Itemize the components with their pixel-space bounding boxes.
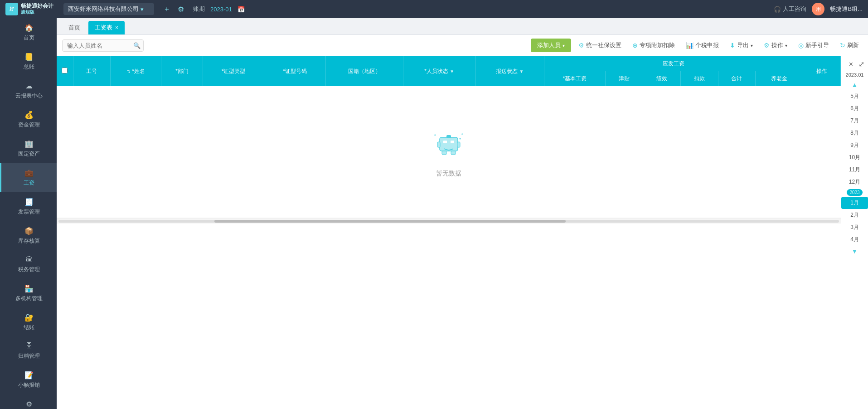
empty-state-icon <box>431 126 467 162</box>
company-dropdown-arrow: ▾ <box>141 6 144 13</box>
table-scrollbar[interactable] <box>57 218 841 224</box>
sidebar-item-multi-org[interactable]: 🏪 多机构管理 <box>0 279 57 308</box>
user-name[interactable]: 畅捷通B组... <box>830 5 863 13</box>
export-btn[interactable]: ⬇ 导出 ▾ <box>726 39 756 51</box>
new-guide-label: 新手引导 <box>805 41 829 49</box>
select-all-checkbox[interactable] <box>62 68 68 73</box>
empty-state: 暂无数据 <box>61 90 836 214</box>
date-month-1[interactable]: 1月 <box>841 197 868 209</box>
empty-state-cell: 暂无数据 <box>57 86 841 218</box>
svg-rect-5 <box>457 142 460 147</box>
header-report-status: 报送状态 ▼ <box>475 56 544 86</box>
close-period-icon: 🔐 <box>24 313 34 322</box>
sidebar-item-cloud-report[interactable]: ☁ 云报表中心 <box>0 76 57 105</box>
header-performance: 绩效 <box>643 71 681 86</box>
svg-rect-3 <box>446 135 451 138</box>
search-input[interactable] <box>67 42 131 49</box>
name-sort-icon[interactable]: ⇅ <box>127 69 131 74</box>
header-dept: *部门 <box>161 56 203 86</box>
add-person-btn[interactable]: 添加人员 ▾ <box>531 39 571 52</box>
date-month-12[interactable]: 12月 <box>841 176 868 188</box>
svg-point-8 <box>434 134 436 136</box>
tab-close-btn[interactable]: × <box>115 24 118 31</box>
svg-rect-4 <box>437 142 440 147</box>
operations-arrow: ▾ <box>785 43 787 48</box>
header-cert-type: *证型类型 <box>203 56 264 86</box>
tab-salary-table[interactable]: 工资表 × <box>88 21 125 34</box>
table-date-container: 工号 ⇅ *姓名 *部门 *证型类型 *证型号码 国籍（地区） *人员状态 ▼ <box>57 56 868 409</box>
sidebar-label-fund: 资金管理 <box>18 121 40 129</box>
ledger-icon: 📒 <box>24 53 34 61</box>
sidebar-item-home[interactable]: 🏠 首页 <box>0 18 57 47</box>
svg-rect-7 <box>451 151 456 155</box>
assets-icon: 🏢 <box>24 140 34 148</box>
header-operations: 操作 <box>803 56 841 86</box>
personal-tax-btn[interactable]: 📊 个税申报 <box>682 39 723 51</box>
social-security-btn[interactable]: ⚙ 统一社保设置 <box>575 39 625 51</box>
date-month-7[interactable]: 7月 <box>841 115 868 127</box>
add-company-btn[interactable]: ＋ <box>161 3 172 16</box>
svg-rect-0 <box>440 137 458 151</box>
sidebar-item-invoice[interactable]: 🧾 发票管理 <box>0 192 57 221</box>
sidebar-item-inventory[interactable]: 📦 库存核算 <box>0 221 57 250</box>
special-deduction-btn[interactable]: ⊕ 专项附加扣除 <box>629 39 679 51</box>
invoice-icon: 🧾 <box>24 198 34 206</box>
refresh-btn[interactable]: ↻ 刷新 <box>836 39 863 51</box>
year-badge: 2023 <box>847 189 862 196</box>
sidebar-item-ledger[interactable]: 📒 总账 <box>0 47 57 76</box>
scrollbar-track <box>58 220 839 223</box>
date-panel-header: 2023.01 <box>846 70 864 79</box>
date-month-8[interactable]: 8月 <box>841 127 868 139</box>
empty-state-row: 暂无数据 <box>57 86 841 218</box>
date-month-6[interactable]: 6月 <box>841 102 868 115</box>
date-month-2[interactable]: 2月 <box>841 209 868 221</box>
service-btn[interactable]: 🎧 人工咨询 <box>774 5 806 13</box>
header-right: 🎧 人工咨询 用 畅捷通B组... <box>774 3 863 15</box>
report-status-filter-icon[interactable]: ▼ <box>519 69 524 74</box>
special-deduction-label: 专项附加扣除 <box>640 41 675 49</box>
tab-salary-label: 工资表 <box>95 24 112 32</box>
date-nav-down[interactable]: ▼ <box>850 246 860 257</box>
tab-home[interactable]: 首页 <box>62 21 87 34</box>
operations-btn[interactable]: ⚙ 操作 ▾ <box>760 39 791 51</box>
sidebar-item-salary[interactable]: 💼 工资 <box>0 163 57 192</box>
app-logo: 好 畅捷通好会计 旗舰版 <box>5 3 60 15</box>
date-month-5[interactable]: 5月 <box>841 90 868 102</box>
sidebar-label-assets: 固定资产 <box>18 150 40 158</box>
date-nav-up[interactable]: ▲ <box>850 79 860 90</box>
header-allowance: 津贴 <box>606 71 643 86</box>
refresh-icon: ↻ <box>840 42 845 49</box>
operations-label: 操作 <box>771 41 783 49</box>
sidebar-label-cloud: 云报表中心 <box>15 92 43 100</box>
close-panel-btn[interactable]: × <box>847 59 855 69</box>
settings-btn[interactable]: ⚙ <box>176 3 186 15</box>
sidebar-item-archive[interactable]: 🗄 归档管理 <box>0 337 57 365</box>
header-cert-no: *证型号码 <box>264 56 325 86</box>
sidebar-item-tax[interactable]: 🏛 税务管理 <box>0 250 57 279</box>
sidebar-item-fixed-assets[interactable]: 🏢 固定资产 <box>0 134 57 163</box>
sidebar-item-expense[interactable]: 📝 小畅报销 <box>0 365 57 394</box>
sidebar-item-close[interactable]: 🔐 结账 <box>0 308 57 337</box>
header-total: 合计 <box>718 71 756 86</box>
calendar-icon[interactable]: 📅 <box>238 6 245 13</box>
expense-icon: 📝 <box>24 371 34 380</box>
new-guide-btn[interactable]: ◎ 新手引导 <box>795 39 833 51</box>
service-label: 人工咨询 <box>783 5 806 13</box>
date-month-3[interactable]: 3月 <box>841 221 868 234</box>
multi-org-icon: 🏪 <box>24 284 34 293</box>
toolbar-right: 添加人员 ▾ ⚙ 统一社保设置 ⊕ 专项附加扣除 📊 个税申报 ⬇ 导出 <box>531 39 863 52</box>
date-month-10[interactable]: 10月 <box>841 151 868 164</box>
sidebar-item-fund[interactable]: 💰 资金管理 <box>0 105 57 134</box>
header-person-status: *人员状态 ▼ <box>403 56 475 86</box>
sidebar-item-basic-settings[interactable]: ⚙ 基础设置 <box>0 394 57 409</box>
date-month-4[interactable]: 4月 <box>841 234 868 246</box>
expand-panel-btn[interactable]: ⤢ <box>857 59 866 69</box>
date-month-11[interactable]: 11月 <box>841 164 868 176</box>
salary-table: 工号 ⇅ *姓名 *部门 *证型类型 *证型号码 国籍（地区） *人员状态 ▼ <box>57 56 841 218</box>
company-selector[interactable]: 西安虾米网络科技有限公司 ▾ <box>63 3 154 15</box>
person-status-filter-icon[interactable]: ▼ <box>450 69 454 74</box>
search-container: 🔍 <box>62 39 144 52</box>
svg-point-9 <box>461 133 463 135</box>
date-month-9[interactable]: 9月 <box>841 139 868 151</box>
logo-subtitle: 旗舰版 <box>21 9 53 15</box>
